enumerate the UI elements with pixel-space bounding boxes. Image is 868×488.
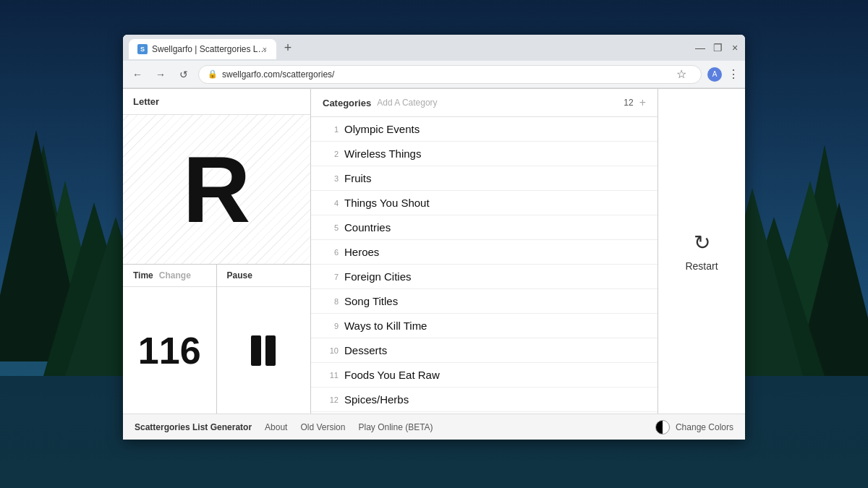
category-number: 4 [323,199,339,207]
category-name: Olympic Events [344,123,420,135]
category-number: 5 [323,223,339,232]
category-name: Desserts [344,344,387,356]
address-bar-row: ← → ↺ 🔒 swellgarfo.com/scattergories/ ☆ … [123,61,745,88]
footer-brand: Scattergories List Generator [135,422,252,432]
bookmark-icon[interactable]: ☆ [676,67,692,81]
browser-tab[interactable]: S Swellgarfo | Scattergories List G... × [129,39,276,59]
profile-button[interactable]: A [707,67,722,82]
restart-icon: ↻ [694,231,710,254]
category-number: 10 [323,346,339,355]
list-item: 12Spices/Herbs [311,388,658,412]
category-number: 12 [323,395,339,404]
pause-bar-left [251,335,261,366]
category-name: Foods You Eat Raw [344,369,440,381]
category-number: 2 [323,150,339,158]
category-name: Heroes [344,246,379,258]
list-item: 11Foods You Eat Raw [311,363,658,388]
category-name: Spices/Herbs [344,393,409,406]
timer-section: Time Change 116 Pause [123,265,310,414]
category-name: Song Titles [344,295,398,307]
restart-label: Restart [685,260,718,272]
list-item: 4Things You Shout [311,191,658,215]
new-tab-button[interactable]: + [279,39,297,56]
list-item: 6Heroes [311,240,658,265]
tab-title: Swellgarfo | Scattergories List G... [152,44,268,54]
list-item: 2Wireless Things [311,142,658,166]
list-item: 7Foreign Cities [311,265,658,289]
lock-icon: 🔒 [208,69,218,79]
list-item: 3Fruits [311,166,658,191]
category-number: 1 [323,125,339,134]
category-name: Countries [344,221,391,234]
categories-list: 1Olympic Events2Wireless Things3Fruits4T… [311,117,658,414]
category-number: 8 [323,297,339,306]
categories-title: Categories [323,98,371,108]
pause-button[interactable] [217,287,311,414]
address-input[interactable]: 🔒 swellgarfo.com/scattergories/ ☆ [198,65,702,84]
pause-bar-right [265,335,276,366]
current-letter: R [183,142,251,236]
time-label: Time [133,270,153,281]
list-item: 5Countries [311,215,658,240]
category-name: Ways to Kill Time [344,320,427,332]
category-number: 6 [323,248,339,257]
footer: Scattergories List Generator About Old V… [123,414,745,440]
time-panel: Time Change 116 [123,265,217,414]
play-online-link[interactable]: Play Online (BETA) [358,422,433,432]
time-header: Time Change [123,265,216,287]
category-count: 12 [624,98,633,108]
letter-header: Letter [123,89,310,115]
category-number: 11 [323,371,339,380]
forward-button[interactable]: → [152,66,169,83]
tab-favicon: S [137,44,148,54]
minimize-button[interactable]: — [696,43,705,52]
color-toggle-icon [655,420,670,435]
back-button[interactable]: ← [129,66,146,83]
url-text: swellgarfo.com/scattergories/ [222,69,334,80]
reload-button[interactable]: ↺ [175,66,192,83]
browser-window: S Swellgarfo | Scattergories List G... ×… [123,35,745,440]
list-item: 8Song Titles [311,289,658,314]
right-panel[interactable]: ↻ Restart [658,89,745,414]
chrome-menu-button[interactable]: ⋮ [728,67,739,81]
category-name: Foreign Cities [344,270,412,283]
change-button[interactable]: Change [159,270,191,281]
time-value: 116 [123,287,216,414]
letter-display: R [123,115,310,265]
footer-right: Change Colors [655,420,733,435]
about-link[interactable]: About [265,422,287,432]
categories-panel: Categories Add A Category 12 + 1Olympic … [311,89,658,414]
category-name: Fruits [344,172,372,184]
left-panel: Letter R Time Change 116 Pause [123,89,311,414]
app-content: Letter R Time Change 116 Pause [123,88,745,440]
list-item: 9Ways to Kill Time [311,314,658,338]
expand-categories-button[interactable]: + [639,96,646,109]
category-number: 7 [323,273,339,281]
main-grid: Letter R Time Change 116 Pause [123,88,745,414]
change-colors-button[interactable]: Change Colors [676,422,733,432]
close-button[interactable]: × [731,43,739,52]
list-item: 1Olympic Events [311,117,658,142]
window-controls: — ❐ × [696,43,739,52]
category-number: 9 [323,322,339,330]
tab-close-button[interactable]: × [259,43,271,55]
add-category-button[interactable]: Add A Category [377,98,437,108]
category-name: Wireless Things [344,147,421,160]
old-version-link[interactable]: Old Version [300,422,345,432]
categories-header: Categories Add A Category 12 + [311,89,658,117]
pause-header: Pause [217,265,311,287]
title-bar: S Swellgarfo | Scattergories List G... ×… [123,35,745,61]
list-item: 10Desserts [311,338,658,363]
maximize-button[interactable]: ❐ [713,43,722,52]
pause-panel: Pause [217,265,311,414]
pause-icon [251,335,276,366]
category-number: 3 [323,174,339,183]
category-name: Things You Shout [344,197,430,209]
